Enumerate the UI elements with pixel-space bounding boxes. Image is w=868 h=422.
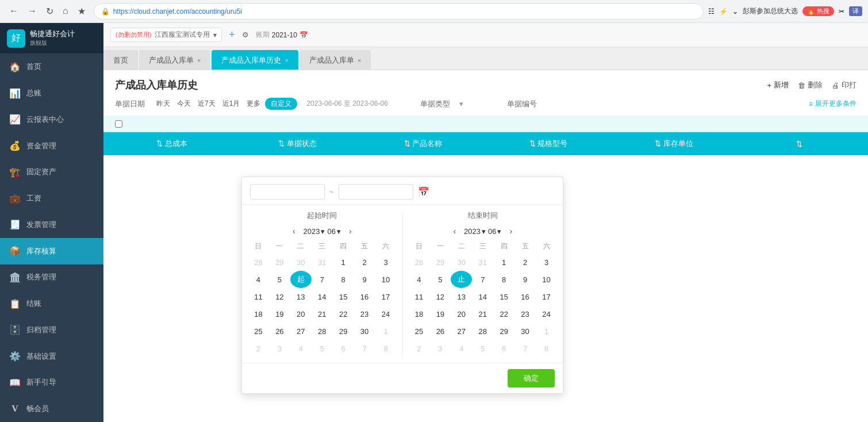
sidebar-item-invoice[interactable]: 🧾 发票管理 <box>0 212 103 238</box>
sidebar-item-ledger[interactable]: 📊 总账 <box>0 80 103 106</box>
cal-day[interactable]: 10 <box>536 271 557 288</box>
cal-day[interactable]: 19 <box>429 305 451 323</box>
start-year-select[interactable]: 2023▾ <box>304 227 325 236</box>
cal-day[interactable]: 8 <box>333 271 354 288</box>
sidebar-item-archive[interactable]: 🗄️ 归档管理 <box>0 317 103 343</box>
select-all-checkbox[interactable] <box>115 120 122 128</box>
cal-day[interactable]: 8 <box>493 271 514 288</box>
cal-day[interactable]: 26 <box>429 323 451 340</box>
cal-day[interactable]: 31 <box>312 254 333 271</box>
cal-day[interactable]: 1 <box>333 254 354 271</box>
cal-day[interactable]: 5 <box>429 271 451 288</box>
cal-day[interactable]: 18 <box>248 305 269 323</box>
cal-day[interactable]: 13 <box>451 288 472 305</box>
cal-day[interactable]: 29 <box>269 254 290 271</box>
type-dropdown-icon[interactable]: ▾ <box>459 99 463 108</box>
add-company-icon[interactable]: + <box>229 29 235 41</box>
cal-day[interactable]: 30 <box>514 323 536 340</box>
cal-day[interactable]: 21 <box>472 305 493 323</box>
back-icon[interactable]: ← <box>6 5 22 18</box>
tab-history-close[interactable]: × <box>285 57 288 64</box>
cal-day[interactable]: 17 <box>375 288 397 305</box>
cal-day[interactable]: 23 <box>354 305 375 323</box>
end-month-select[interactable]: 06▾ <box>488 227 501 236</box>
cal-day[interactable]: 22 <box>493 305 514 323</box>
calendar-icon[interactable]: 📅 <box>299 31 308 39</box>
sidebar-item-funds[interactable]: 💰 资金管理 <box>0 133 103 159</box>
tab-inbound-close[interactable]: × <box>197 57 201 64</box>
cal-day[interactable]: 14 <box>312 288 333 305</box>
sidebar-item-member[interactable]: V 畅会员 <box>0 396 103 422</box>
cal-day[interactable]: 3 <box>536 254 557 271</box>
cal-day[interactable]: 28 <box>472 323 493 340</box>
cal-day[interactable]: 止 <box>451 271 472 288</box>
lightning-icon[interactable]: ⚡ <box>719 7 728 16</box>
cal-day[interactable]: 15 <box>333 288 354 305</box>
cal-day[interactable]: 15 <box>493 288 514 305</box>
cal-day[interactable]: 起 <box>290 271 312 288</box>
cal-day[interactable]: 1 <box>493 254 514 271</box>
sidebar-item-tax[interactable]: 🏛️ 税务管理 <box>0 264 103 291</box>
cal-day[interactable]: 20 <box>451 305 472 323</box>
cal-day[interactable]: 7 <box>472 271 493 288</box>
chevron-down-icon[interactable]: ⌄ <box>732 7 738 16</box>
shortcut-more[interactable]: 更多 <box>244 98 263 110</box>
cal-day[interactable]: 24 <box>375 305 397 323</box>
cal-day[interactable]: 31 <box>472 254 493 271</box>
company-selector[interactable]: (勿删勿禁用) 江西服宝测试专用 ▾ <box>110 28 222 42</box>
th-status[interactable]: ⇅ 单据状态 <box>235 139 360 149</box>
cal-day[interactable]: 8 <box>375 340 397 357</box>
cal-day[interactable]: 30 <box>354 323 375 340</box>
tab-home[interactable]: 首页 <box>103 50 138 70</box>
cal-day[interactable]: 3 <box>375 254 397 271</box>
th-product-name[interactable]: ⇅ 产品名称 <box>360 139 486 149</box>
browser-nav[interactable]: ← → ↻ ⌂ ★ <box>6 5 89 18</box>
tab-inbound-history[interactable]: 产成品入库单历史 × <box>212 50 298 70</box>
cal-day[interactable]: 21 <box>312 305 333 323</box>
reload-icon[interactable]: ↻ <box>43 5 57 18</box>
cal-day[interactable]: 7 <box>354 340 375 357</box>
cal-day[interactable]: 27 <box>290 323 312 340</box>
start-month-select[interactable]: 06▾ <box>327 227 340 236</box>
tab-inbound[interactable]: 产成品入库单 × <box>139 50 210 70</box>
cal-day[interactable]: 4 <box>409 271 430 288</box>
extensions-icon[interactable]: ☷ <box>708 7 715 16</box>
cal-day[interactable]: 8 <box>536 340 557 357</box>
cal-day[interactable]: 20 <box>290 305 312 323</box>
cal-day[interactable]: 5 <box>472 340 493 357</box>
th-total-cost[interactable]: ⇅ 总成本 <box>109 139 235 149</box>
cal-day[interactable]: 16 <box>354 288 375 305</box>
cal-day[interactable]: 26 <box>269 323 290 340</box>
translate-icon[interactable]: 译 <box>849 6 862 16</box>
cal-day[interactable]: 3 <box>429 340 451 357</box>
sidebar-item-closing[interactable]: 📋 结账 <box>0 290 103 317</box>
bookmark-icon[interactable]: ★ <box>74 5 89 18</box>
sidebar-item-inventory[interactable]: 📦 库存核算 <box>0 238 103 264</box>
cal-day[interactable]: 5 <box>312 340 333 357</box>
cal-day[interactable]: 1 <box>536 323 557 340</box>
cal-day[interactable]: 28 <box>409 254 430 271</box>
th-more[interactable]: ⇅ <box>737 140 862 148</box>
cal-day[interactable]: 25 <box>248 323 269 340</box>
sidebar-item-settings[interactable]: ⚙️ 基础设置 <box>0 343 103 370</box>
cal-day[interactable]: 2 <box>514 254 536 271</box>
cal-day[interactable]: 14 <box>472 288 493 305</box>
cal-day[interactable]: 12 <box>429 288 451 305</box>
cal-day[interactable]: 17 <box>536 288 557 305</box>
end-prev-month[interactable]: ‹ <box>450 225 459 237</box>
cal-day[interactable]: 5 <box>269 271 290 288</box>
cal-day[interactable]: 2 <box>354 254 375 271</box>
cal-day[interactable]: 4 <box>290 340 312 357</box>
sidebar-item-guide[interactable]: 📖 新手引导 <box>0 370 103 396</box>
settings-gear-icon[interactable]: ⚙ <box>242 30 249 39</box>
tab-inbound2[interactable]: 产成品入库单 × <box>299 50 371 70</box>
cal-day[interactable]: 25 <box>409 323 430 340</box>
shortcut-custom[interactable]: 自定义 <box>265 98 297 110</box>
home-icon[interactable]: ⌂ <box>59 5 72 18</box>
calendar-picker-icon[interactable]: 📅 <box>418 186 429 197</box>
cal-day[interactable]: 7 <box>312 271 333 288</box>
shortcut-7days[interactable]: 近7天 <box>195 98 218 110</box>
cut-icon[interactable]: ✂ <box>839 7 844 16</box>
add-button[interactable]: + 新增 <box>767 80 789 90</box>
sidebar-item-salary[interactable]: 💼 工资 <box>0 185 103 212</box>
